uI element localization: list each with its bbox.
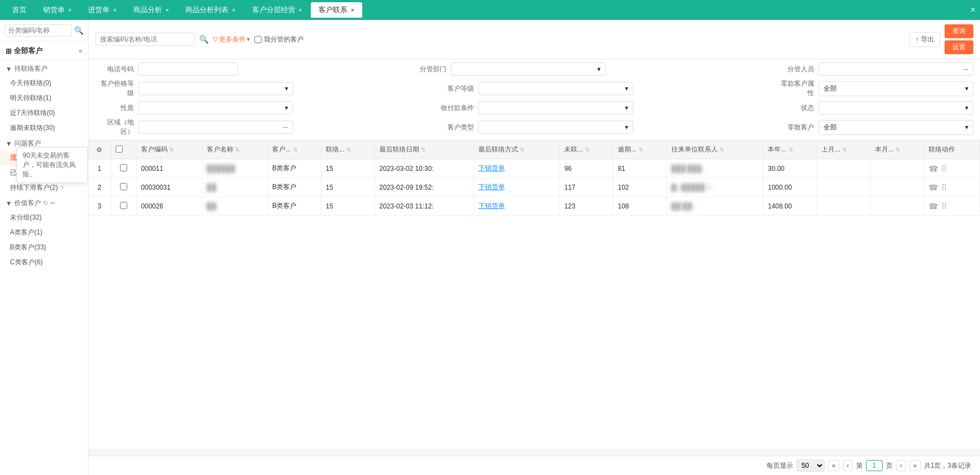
cell-num-0: 1 (88, 159, 111, 178)
edit-icon[interactable]: ✏ (50, 200, 55, 207)
filter-select-customer-type[interactable]: ▾ (478, 121, 633, 134)
sidebar-item-week[interactable]: 近7天待联络(0) (0, 106, 88, 121)
filter-select-region[interactable]: ··· (138, 121, 293, 134)
prev-page-button[interactable]: ‹ (843, 460, 853, 471)
filter-select-customer-grade[interactable]: ▾ (478, 82, 633, 95)
action-more-icon-2[interactable]: ⠿ (941, 202, 947, 211)
row-checkbox-2[interactable] (120, 202, 127, 209)
sidebar-search-area: 🔍 (0, 20, 88, 41)
action-more-icon-0[interactable]: ⠿ (941, 164, 947, 173)
col-this-year[interactable]: 本年... ⇅ (763, 140, 817, 159)
export-button[interactable]: ↑ 导出 (909, 32, 940, 47)
link-method-2[interactable]: 下销货单 (478, 202, 505, 210)
sidebar: 🔍 ⊞ 全部客户 « ▼ 待联络客户 今天待联络(0) 明天待联络(1) 近7天… (0, 20, 88, 475)
cell-checkbox-2[interactable] (111, 197, 137, 216)
cell-checkbox-0[interactable] (111, 159, 137, 178)
sidebar-item-overdue[interactable]: 逾期未联络(30) (0, 121, 88, 135)
row-checkbox-0[interactable] (120, 164, 127, 171)
filter-select-price-grade[interactable]: ▾ (138, 82, 293, 95)
sidebar-item-tomorrow[interactable]: 明天待联络(1) (0, 91, 88, 106)
scrollbar-placeholder[interactable] (88, 449, 980, 456)
action-more-icon-1[interactable]: ⠿ (941, 183, 947, 192)
filter-select-retail[interactable]: 全部 ▾ (819, 120, 973, 135)
tab-product-analysis-close[interactable]: × (165, 7, 169, 13)
row-checkbox-1[interactable] (120, 183, 127, 190)
sidebar-item-class-c[interactable]: C类客户(6) (0, 255, 88, 270)
filter-select-status[interactable]: ▾ (819, 101, 973, 114)
tab-customer-contact[interactable]: 客户联系 × (311, 2, 362, 18)
filter-select-person[interactable]: ··· (819, 62, 973, 76)
tab-purchase-close[interactable]: × (113, 7, 116, 13)
filter-select-nature[interactable]: ▾ (138, 101, 293, 114)
more-filter-button[interactable]: ▽ 更多条件 ▾ (213, 35, 250, 44)
first-page-button[interactable]: « (828, 460, 840, 471)
cell-type-1: B类客户 (268, 178, 321, 197)
next-page-button[interactable]: › (896, 460, 906, 471)
tab-customer-segment-close[interactable]: × (299, 7, 302, 13)
action-contact-icon-1[interactable]: ☎ (929, 183, 938, 192)
col-type[interactable]: 客户... ⇅ (268, 140, 321, 159)
filter-select-payment[interactable]: ▾ (478, 101, 633, 114)
sidebar-group-value[interactable]: ▼ 价值客户 ↻ ✏ (0, 195, 88, 210)
tab-product-list-close[interactable]: × (232, 7, 235, 13)
tab-customer-contact-close[interactable]: × (351, 7, 354, 13)
sidebar-group-pending[interactable]: ▼ 待联络客户 (0, 61, 88, 76)
last-page-button[interactable]: » (909, 460, 921, 471)
col-this-month[interactable]: 本月... ⇅ (870, 140, 924, 159)
chevron-down-nature-icon: ▾ (285, 104, 288, 112)
my-customers-checkbox-label[interactable]: 我分管的客户 (254, 35, 304, 44)
col-name[interactable]: 客户名称 ⇅ (202, 140, 268, 159)
col-last-date[interactable]: 最后联络日期 ⇅ (374, 140, 473, 159)
sidebar-item-class-a[interactable]: A类客户(1) (0, 225, 88, 240)
tab-sales-close[interactable]: × (68, 7, 71, 13)
col-contact-person[interactable]: 往来单位联系人 ⇅ (667, 140, 763, 159)
cell-action-1: ☎ ⠿ (924, 178, 979, 197)
sidebar-search-icon: 🔍 (74, 26, 84, 35)
col-uncontacted[interactable]: 未联... ⇅ (560, 140, 613, 159)
my-customers-checkbox[interactable] (254, 36, 262, 43)
col-overdue[interactable]: 逾期... ⇅ (613, 140, 667, 159)
cell-code-0: 000011 (137, 159, 202, 178)
toolbar-search-icon[interactable]: 🔍 (199, 35, 208, 44)
filter-input-phone[interactable] (138, 62, 238, 76)
sidebar-all-customers[interactable]: ⊞ 全部客户 « (0, 41, 88, 61)
tab-home[interactable]: 首页 (4, 2, 34, 18)
cell-last-method-0[interactable]: 下销货单 (473, 159, 560, 178)
per-page-select[interactable]: 50 20 100 (796, 460, 825, 472)
toolbar-search-input[interactable] (95, 33, 195, 46)
refresh-icon[interactable]: ↻ (43, 200, 48, 207)
cell-name-2: ██ (202, 197, 268, 216)
col-last-method[interactable]: 最后联络方式 ⇅ (473, 140, 560, 159)
tab-purchase[interactable]: 进货单 × (80, 2, 124, 18)
tab-sales[interactable]: 销货单 × (35, 2, 79, 18)
cell-last-method-1[interactable]: 下销货单 (473, 178, 560, 197)
col-checkbox[interactable] (111, 140, 137, 159)
sidebar-collapse-icon[interactable]: « (79, 47, 82, 55)
tab-product-list[interactable]: 商品分析列表 × (178, 2, 243, 18)
col-code[interactable]: 客户编码 ⇅ (137, 140, 202, 159)
action-contact-icon-0[interactable]: ☎ (929, 164, 938, 173)
action-contact-icon-2[interactable]: ☎ (929, 202, 938, 211)
tab-customer-segment[interactable]: 客户分层经营 × (244, 2, 310, 18)
cell-checkbox-1[interactable] (111, 178, 137, 197)
filter-select-zero-attr[interactable]: 全部 ▾ (819, 81, 973, 96)
settings-button[interactable]: 设置 (945, 40, 973, 54)
link-method-1[interactable]: 下销货单 (478, 183, 505, 191)
col-settings[interactable]: ⚙ (88, 140, 111, 159)
chevron-down-retail-icon: ▾ (965, 123, 968, 131)
sidebar-item-class-b[interactable]: B类客户(33) (0, 240, 88, 255)
sidebar-item-today[interactable]: 今天待联络(0) (0, 76, 88, 91)
sidebar-item-ungrouped[interactable]: 未分组(32) (0, 210, 88, 225)
link-method-0[interactable]: 下销货单 (478, 164, 505, 172)
col-last-month[interactable]: 上月... ⇅ (817, 140, 870, 159)
page-input[interactable] (866, 460, 883, 471)
col-contact-count[interactable]: 联络... ⇅ (321, 140, 375, 159)
cell-last-method-2[interactable]: 下销货单 (473, 197, 560, 216)
close-window-icon[interactable]: × (971, 5, 976, 15)
sidebar-search-input[interactable] (4, 24, 72, 36)
sidebar-group-pending-label: 待联络客户 (14, 64, 48, 74)
query-button[interactable]: 查询 (945, 24, 973, 38)
tab-product-analysis[interactable]: 商品分析 × (126, 2, 176, 18)
select-all-checkbox[interactable] (116, 145, 123, 153)
filter-select-dept[interactable]: ▾ (451, 62, 606, 76)
